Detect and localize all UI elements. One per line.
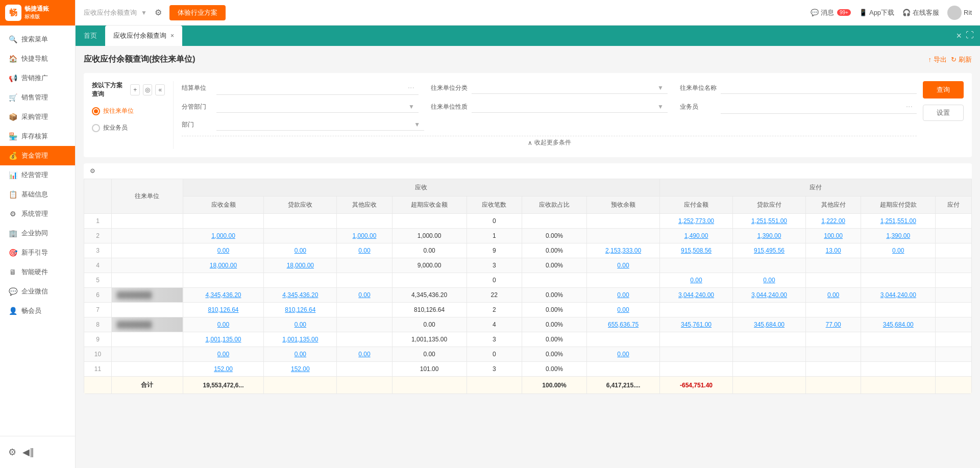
select-dept[interactable]: ▼ (216, 101, 419, 113)
table-settings-icon[interactable]: ⚙ (90, 167, 95, 175)
cell-4[interactable] (337, 258, 392, 273)
cell-4[interactable] (337, 214, 392, 229)
cell-9[interactable]: 0.00 (660, 273, 733, 288)
cell-9[interactable]: 345,761.00 (660, 317, 733, 332)
tab-fullscreen-icon[interactable]: ⛶ (966, 31, 974, 41)
sidebar-item-warehouse[interactable]: 🏪库存核算 (0, 127, 75, 146)
cell-12[interactable]: 1,251,551.00 (861, 214, 936, 229)
sidebar-item-purchase[interactable]: 📦采购管理 (0, 107, 75, 127)
cell-8[interactable]: 0.00 (587, 303, 660, 317)
query-button[interactable]: 查询 (923, 81, 964, 98)
collapse-more-button[interactable]: ∧ 收起更多条件 (182, 136, 917, 149)
setting-button[interactable]: 设置 (923, 105, 964, 121)
cell-3[interactable]: 0.00 (264, 317, 337, 332)
cell-2[interactable]: 1,000.00 (183, 229, 264, 243)
sidebar-item-marketing[interactable]: 📢营销推广 (0, 68, 75, 88)
cell-3[interactable]: 1,001,135.00 (264, 332, 337, 347)
select-partner-category[interactable]: ▼ (472, 82, 668, 94)
cell-12[interactable]: 0.00 (861, 243, 936, 258)
cell-11[interactable]: 100.00 (805, 229, 861, 243)
cell-4[interactable]: 0.00 (337, 243, 392, 258)
cell-4[interactable] (337, 303, 392, 317)
cell-10[interactable]: 345,684.00 (733, 317, 806, 332)
cell-4[interactable] (337, 317, 392, 332)
cell-3[interactable]: 152.00 (264, 362, 337, 377)
cell-12[interactable]: 3,044,240.00 (861, 288, 936, 303)
cell-2[interactable]: 0.00 (183, 347, 264, 362)
input-partner-name[interactable] (721, 82, 917, 94)
cell-3[interactable]: 18,000.00 (264, 258, 337, 273)
cell-3[interactable]: 0.00 (264, 347, 337, 362)
filter-arrow-icon[interactable]: « (155, 84, 165, 95)
input-salesperson[interactable]: ··· (721, 100, 917, 114)
cell-4[interactable] (337, 273, 392, 288)
settings-icon[interactable]: ⚙ (8, 447, 16, 458)
online-service-button[interactable]: 🎧 在线客服 (902, 8, 939, 17)
cell-4[interactable]: 0.00 (337, 288, 392, 303)
sidebar-item-guide[interactable]: 🎯新手引导 (0, 243, 75, 262)
cell-3[interactable]: 810,126.64 (264, 303, 337, 317)
cell-10[interactable]: 1,390.00 (733, 229, 806, 243)
cell-3[interactable]: 0.00 (264, 243, 337, 258)
cell-8[interactable]: 2,153,333.00 (587, 243, 660, 258)
header-gear-icon[interactable]: ⚙ (151, 6, 165, 20)
scheme-by-staff[interactable]: 按业务员 (92, 121, 165, 134)
input-settlement-unit[interactable]: ··· (216, 81, 419, 95)
cell-9[interactable]: 915,508.56 (660, 243, 733, 258)
cell-12[interactable]: 345,684.00 (861, 317, 936, 332)
filter-target-icon[interactable]: ◎ (143, 84, 153, 95)
sidebar-item-system[interactable]: ⚙系统管理 (0, 204, 75, 224)
cell-2[interactable]: 1,001,135.00 (183, 332, 264, 347)
filter-add-icon[interactable]: + (130, 84, 140, 95)
tab-close-all-icon[interactable]: × (956, 31, 962, 41)
cell-8[interactable]: 655,636.75 (587, 317, 660, 332)
cell-11[interactable]: 1,222.00 (805, 214, 861, 229)
refresh-button[interactable]: ↻ 刷新 (951, 55, 972, 64)
tab-home[interactable]: 首页 (76, 26, 105, 46)
message-button[interactable]: 💬 消息 99+ (811, 8, 851, 17)
select-partner-nature[interactable]: ▼ (472, 101, 668, 113)
cell-10[interactable]: 3,044,240.00 (733, 288, 806, 303)
footer-ar-amount[interactable]: 19,553,472,6... (183, 377, 264, 394)
sidebar-item-finance[interactable]: 💰资金管理 (0, 146, 75, 165)
scheme-by-partner[interactable]: 按往来单位 (92, 105, 165, 117)
sidebar-item-operation[interactable]: 📊经营管理 (0, 165, 75, 185)
cell-4[interactable] (337, 362, 392, 377)
cell-2[interactable]: 18,000.00 (183, 258, 264, 273)
cell-12[interactable]: 1,390.00 (861, 229, 936, 243)
cell-2[interactable] (183, 214, 264, 229)
tab-close-icon[interactable]: × (170, 32, 174, 39)
cell-8[interactable]: 0.00 (587, 347, 660, 362)
promo-button[interactable]: 体验行业方案 (169, 5, 226, 20)
sidebar-item-sales[interactable]: 🛒销售管理 (0, 88, 75, 107)
cell-4[interactable] (337, 332, 392, 347)
collapse-icon[interactable]: ◀‖ (22, 447, 34, 458)
cell-2[interactable]: 4,345,436.20 (183, 288, 264, 303)
cell-2[interactable]: 152.00 (183, 362, 264, 377)
cell-9[interactable]: 1,490.00 (660, 229, 733, 243)
cell-11[interactable]: 77.00 (805, 317, 861, 332)
cell-2[interactable]: 0.00 (183, 317, 264, 332)
cell-3[interactable] (264, 273, 337, 288)
cell-9[interactable]: 3,044,240.00 (660, 288, 733, 303)
cell-9[interactable]: 1,252,773.00 (660, 214, 733, 229)
cell-8[interactable]: 0.00 (587, 288, 660, 303)
sidebar-item-quick-nav[interactable]: 🏠快捷导航 (0, 49, 75, 68)
cell-4[interactable]: 1,000.00 (337, 229, 392, 243)
cell-10[interactable]: 1,251,551.00 (733, 214, 806, 229)
sidebar-item-member[interactable]: 👤畅会员 (0, 301, 75, 321)
sidebar-item-corp[interactable]: 🏢企业协同 (0, 224, 75, 243)
cell-2[interactable] (183, 273, 264, 288)
header-dropdown-icon[interactable]: ▼ (141, 9, 147, 16)
cell-11[interactable]: 13.00 (805, 243, 861, 258)
cell-2[interactable]: 0.00 (183, 243, 264, 258)
sidebar-item-base[interactable]: 📋基础信息 (0, 185, 75, 204)
export-button[interactable]: ↑ 导出 (928, 55, 947, 64)
cell-3[interactable] (264, 229, 337, 243)
cell-11[interactable]: 0.00 (805, 288, 861, 303)
sidebar-item-search-menu[interactable]: 🔍搜索菜单 (0, 30, 75, 49)
tab-ar-ap[interactable]: 应收应付余额查询 × (105, 26, 182, 46)
cell-10[interactable]: 915,495.56 (733, 243, 806, 258)
cell-4[interactable]: 0.00 (337, 347, 392, 362)
cell-8[interactable]: 0.00 (587, 258, 660, 273)
